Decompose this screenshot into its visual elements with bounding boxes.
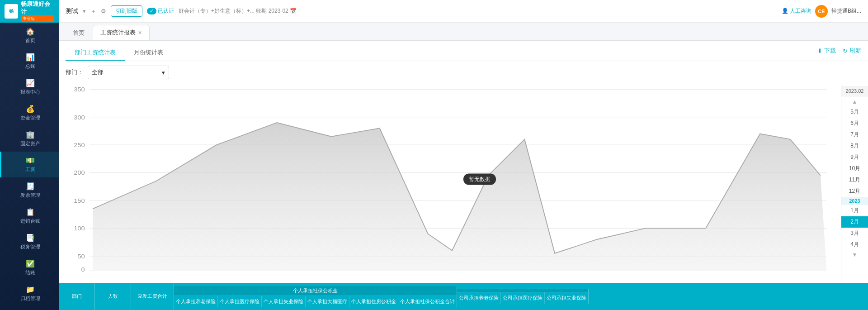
date-month-7[interactable]: 7月 xyxy=(841,129,868,140)
table-col-personal-major-medical: 个人承担大额医疗 xyxy=(306,296,349,307)
table-col-company-pension: 公司承担养老保险 xyxy=(457,292,501,304)
chevron-down-icon: ▾ xyxy=(162,69,165,76)
toolbar: 部门： 全部 ▾ xyxy=(59,61,868,84)
date-up-icon[interactable]: ▲ xyxy=(841,97,868,106)
sidebar-label: 进销台账 xyxy=(20,218,40,224)
svg-text:0: 0 xyxy=(81,266,85,273)
chart-container: 350 300 250 200 150 100 50 0 xyxy=(59,84,868,283)
sidebar-icon: 📊 xyxy=(26,53,35,62)
sidebar-icon: 💰 xyxy=(26,105,35,113)
date-year-label[interactable]: 2023 xyxy=(841,197,868,205)
sidebar-item-归档管理[interactable]: 📁归档管理 xyxy=(0,281,59,306)
download-button[interactable]: ⬇ 下载 xyxy=(817,47,836,55)
sidebar-label: 工资 xyxy=(25,166,35,173)
topbar: 测试 ▾ ＋ ⚙ 切到旧版 ✓ 已认证 好会计（专）+好生意（标）+... 账期… xyxy=(59,0,868,23)
sidebar-item-发票管理[interactable]: 🧾发票管理 xyxy=(0,177,59,203)
tab-home[interactable]: 首页 xyxy=(66,26,92,40)
svg-text:250: 250 xyxy=(74,142,85,148)
tab-home-label: 首页 xyxy=(73,29,85,37)
table-group-company-title xyxy=(457,289,588,292)
tab-salary-report[interactable]: 工资统计报表 ✕ xyxy=(93,25,150,40)
date-current: 2023.02 xyxy=(841,86,868,96)
support-label[interactable]: 👤 人工咨询 xyxy=(782,7,811,15)
main-area: 测试 ▾ ＋ ⚙ 切到旧版 ✓ 已认证 好会计（专）+好生意（标）+... 账期… xyxy=(59,0,868,310)
svg-text:150: 150 xyxy=(74,197,85,204)
table-col-company-unemployment: 公司承担失业保险 xyxy=(545,292,588,304)
topbar-add-icon[interactable]: ＋ xyxy=(90,7,96,15)
date-month-12[interactable]: 12月 xyxy=(841,186,868,197)
sidebar-icon: ✅ xyxy=(26,259,35,268)
sidebar-item-资金管理[interactable]: 💰资金管理 xyxy=(0,100,59,126)
sidebar-item-税务管理[interactable]: 📑税务管理 xyxy=(0,229,59,255)
tab-salary-report-label: 工资统计报表 xyxy=(100,29,136,37)
sidebar-item-固定资产[interactable]: 🏢固定资产 xyxy=(0,126,59,152)
user-name: 轻捷通B组... xyxy=(831,7,861,15)
table-col-count: 人数 xyxy=(95,283,131,310)
dept-select[interactable]: 全部 ▾ xyxy=(88,66,169,79)
table-col-dept-label: 部门 xyxy=(72,293,82,300)
date-down-icon[interactable]: ▼ xyxy=(841,250,868,259)
switch-old-version-button[interactable]: 切到旧版 xyxy=(111,5,142,17)
close-icon[interactable]: ✕ xyxy=(138,30,142,36)
avatar: CE xyxy=(815,5,828,18)
table-col-personal-unemployment: 个人承担失业保险 xyxy=(262,296,306,307)
table-col-personal-pension: 个人承担养老保险 xyxy=(174,296,218,307)
app-badge: 专业版 xyxy=(21,15,54,22)
date-month-5[interactable]: 5月 xyxy=(841,106,868,118)
subtabbar: 部门工资统计表 月份统计表 xyxy=(59,41,817,61)
verified-badge: ✓ 已认证 xyxy=(147,7,174,15)
sidebar-icon: 🏢 xyxy=(26,130,35,139)
sidebar-item-结账[interactable]: ✅结账 xyxy=(0,255,59,281)
table-group-personal-title: 个人承担社保公积金 xyxy=(174,286,457,296)
sidebar-label: 发票管理 xyxy=(20,192,40,199)
table-group-company: 公司承担养老保险 公司承担医疗保险 公司承担失业保险 xyxy=(457,289,589,304)
sidebar-item-工资[interactable]: 💵工资 xyxy=(0,152,59,177)
table-col-personal-total: 个人承担社保公积金合计 xyxy=(398,296,457,307)
tabbar: 首页 工资统计报表 ✕ xyxy=(59,23,868,41)
dept-label: 部门： xyxy=(66,68,83,76)
area-chart: 350 300 250 200 150 100 50 0 xyxy=(66,84,839,278)
toolbar-left: 部门： 全部 ▾ xyxy=(66,66,169,79)
subtab-row: 部门工资统计表 月份统计表 ⬇ 下载 ↻ 刷新 xyxy=(59,41,868,61)
date-month-3[interactable]: 3月 xyxy=(841,228,868,239)
chart-date-wrapper: 350 300 250 200 150 100 50 0 xyxy=(59,84,868,283)
topbar-dropdown-icon[interactable]: ▾ xyxy=(83,8,86,14)
sidebar-item-报表中心[interactable]: 📈报表中心 xyxy=(0,74,59,100)
sidebar-item-总账[interactable]: 📊总账 xyxy=(0,48,59,74)
subtab-dept[interactable]: 部门工资统计表 xyxy=(66,45,125,61)
table-col-dept: 部门 xyxy=(59,283,95,310)
sidebar-label: 税务管理 xyxy=(20,243,40,250)
date-month-11[interactable]: 11月 xyxy=(841,174,868,186)
sidebar-icon: 📋 xyxy=(26,208,35,216)
subtab-month-label: 月份统计表 xyxy=(134,49,163,56)
date-month-2-active[interactable]: 2月 xyxy=(841,216,868,228)
date-month-6[interactable]: 6月 xyxy=(841,118,868,129)
date-month-4[interactable]: 4月 xyxy=(841,239,868,250)
subtab-month[interactable]: 月份统计表 xyxy=(125,45,172,61)
sidebar-item-进销台账[interactable]: 📋进销台账 xyxy=(0,203,59,229)
table-col-count-label: 人数 xyxy=(108,293,118,300)
date-month-1[interactable]: 1月 xyxy=(841,205,868,216)
sidebar-label: 总账 xyxy=(25,63,35,70)
table-col-total-salary-label: 应发工资合计 xyxy=(137,293,167,300)
date-month-8[interactable]: 8月 xyxy=(841,140,868,152)
date-month-10[interactable]: 10月 xyxy=(841,163,868,174)
svg-text:350: 350 xyxy=(74,86,85,93)
sidebar-item-设置[interactable]: ⚙️设置 xyxy=(0,306,59,310)
sidebar: 畅 畅康通好会计 专业版 🏠首页📊总账📈报表中心💰资金管理🏢固定资产💵工资🧾发票… xyxy=(0,0,59,310)
topbar-settings-icon[interactable]: ⚙ xyxy=(101,8,106,14)
verified-icon: ✓ xyxy=(147,8,156,14)
refresh-button[interactable]: ↻ 刷新 xyxy=(843,47,861,55)
dept-select-value: 全部 xyxy=(92,68,104,76)
refresh-icon: ↻ xyxy=(843,48,848,54)
table-col-total-salary: 应发工资合计 xyxy=(131,283,174,310)
date-month-9[interactable]: 9月 xyxy=(841,152,868,163)
topbar-title: 测试 xyxy=(66,7,78,15)
sidebar-item-首页[interactable]: 🏠首页 xyxy=(0,23,59,48)
topbar-tags: 好会计（专）+好生意（标）+... 账期 2023-02 📅 xyxy=(179,7,297,15)
table-group-personal-cols: 个人承担养老保险 个人承担医疗保险 个人承担失业保险 个人承担大额医疗 个人承担… xyxy=(174,296,457,307)
content-area: 部门工资统计表 月份统计表 ⬇ 下载 ↻ 刷新 部门： xyxy=(59,41,868,310)
sidebar-label: 结账 xyxy=(25,269,35,276)
sidebar-icon: 🧾 xyxy=(26,182,35,191)
table-group-personal: 个人承担社保公积金 个人承担养老保险 个人承担医疗保险 个人承担失业保险 个人承… xyxy=(174,286,457,307)
